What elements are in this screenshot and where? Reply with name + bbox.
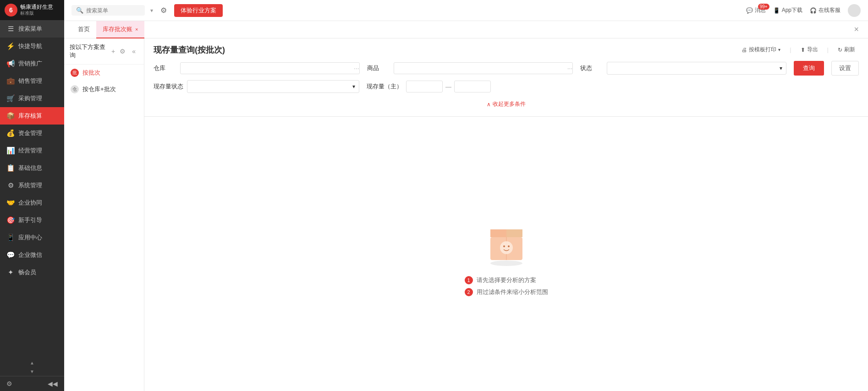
sidebar-scroll-down[interactable]: ▼ — [0, 367, 64, 376]
divider1: | — [790, 46, 791, 53]
sidebar-item-finance[interactable]: 💰 资金管理 — [0, 125, 64, 142]
stock-qty-from[interactable] — [406, 81, 443, 92]
topbar: 🔍 ▾ ⚙ 体验行业方案 💬 消息 99+ 📱 App下载 🎧 在线客服 — [64, 0, 868, 21]
hint-1-num: 1 — [465, 276, 473, 284]
scheme-by-batch[interactable]: 批 按批次 — [64, 65, 144, 81]
left-panel: 按以下方案查询 + ⚙ « 批 按批次 仓 按仓库+批次 — [64, 38, 144, 391]
topbar-gear-icon[interactable]: ⚙ — [159, 4, 169, 16]
sidebar-item-basic[interactable]: 📋 基础信息 — [0, 159, 64, 177]
export-button[interactable]: ⬆ 导出 — [797, 44, 822, 55]
sidebar-item-label: 资金管理 — [18, 129, 42, 137]
sidebar-item-label: 企业微信 — [18, 251, 42, 259]
phone-icon: 📱 — [773, 7, 780, 14]
sidebar-item-label: 营销推广 — [18, 60, 42, 68]
sidebar-item-enterprise[interactable]: 🤝 企业协同 — [0, 194, 64, 212]
query-button[interactable]: 查询 — [794, 61, 824, 76]
scheme-query-label: 按以下方案查询 — [70, 43, 110, 60]
scheme-by-warehouse-batch[interactable]: 仓 按仓库+批次 — [64, 81, 144, 98]
topbar-search-input[interactable] — [86, 7, 132, 14]
divider2: | — [827, 46, 829, 53]
warehouse-input-wrap: ··· — [180, 62, 360, 74]
sidebar-item-shortcut[interactable]: ⚡ 快捷导航 — [0, 38, 64, 55]
product-field: 商品 ··· — [367, 62, 573, 74]
sidebar-search[interactable]: ☰ 搜索菜单 — [0, 20, 64, 38]
right-panel: 现存量查询(按批次) 🖨 按模板打印 ▾ | ⬆ 导出 | ↻ — [144, 38, 868, 391]
topbar-search-box[interactable]: 🔍 — [71, 5, 145, 16]
stock-status-field: 现存量状态 ▾ — [154, 80, 359, 93]
page-title: 现存量查询(按批次) — [154, 44, 225, 55]
collapse-more-button[interactable]: ∧ 收起更多条件 — [154, 98, 859, 111]
app-download-label: App下载 — [782, 6, 802, 14]
stock-qty-field: 现存量（主） — — [367, 81, 572, 92]
wechat-icon: 💬 — [6, 251, 15, 259]
svg-point-4 — [490, 261, 522, 266]
svg-point-5 — [500, 241, 513, 254]
sidebar-collapse-icon[interactable]: ◀◀ — [48, 380, 58, 387]
message-item[interactable]: 💬 消息 99+ — [746, 6, 766, 14]
print-label: 按模板打印 — [749, 46, 776, 54]
vip-icon: ✦ — [6, 268, 15, 277]
experience-button[interactable]: 体验行业方案 — [174, 4, 223, 17]
sidebar-item-label: 应用中心 — [18, 234, 42, 242]
empty-illustration — [479, 212, 534, 267]
sidebar-item-label: 企业协同 — [18, 199, 42, 207]
tab-inventory-batch[interactable]: 库存批次账 × — [96, 21, 144, 38]
sidebar-settings-icon[interactable]: ⚙ — [6, 380, 12, 387]
shortcut-icon: ⚡ — [6, 42, 15, 50]
sales-icon: 💼 — [6, 77, 15, 85]
company-name: 畅康通好生意 — [20, 4, 53, 10]
sidebar-item-operations[interactable]: 📊 经营管理 — [0, 142, 64, 159]
sidebar-item-sales[interactable]: 💼 销售管理 — [0, 72, 64, 90]
tab-close-icon[interactable]: × — [135, 27, 138, 32]
sidebar-item-label: 销售管理 — [18, 77, 42, 85]
marketing-icon: 📢 — [6, 60, 15, 68]
app-logo: 6 — [5, 4, 17, 16]
product-input-wrap: ··· — [394, 62, 573, 74]
sidebar-item-inventory[interactable]: 📦 库存核算 — [0, 107, 64, 125]
page-header: 现存量查询(按批次) 🖨 按模板打印 ▾ | ⬆ 导出 | ↻ — [144, 38, 868, 55]
left-panel-header: 按以下方案查询 + ⚙ « — [64, 38, 144, 65]
sidebar-item-purchase[interactable]: 🛒 采购管理 — [0, 90, 64, 107]
user-avatar[interactable] — [848, 4, 861, 17]
scheme-inactive-icon: 仓 — [71, 85, 79, 93]
product-input[interactable] — [394, 63, 567, 74]
filter-settings-button[interactable]: 设置 — [831, 61, 859, 76]
sidebar-item-label: 库存核算 — [18, 112, 42, 120]
page-header-actions: 🖨 按模板打印 ▾ | ⬆ 导出 | ↻ 刷新 — [738, 44, 859, 55]
refresh-button[interactable]: ↻ 刷新 — [834, 44, 859, 55]
scheme-settings-icon[interactable]: ⚙ — [119, 47, 126, 56]
stock-status-chevron-icon: ▾ — [352, 83, 355, 90]
topbar-chevron-icon[interactable]: ▾ — [150, 7, 153, 14]
hint-item-2: 2 用过滤条件来缩小分析范围 — [465, 288, 548, 296]
stock-qty-to[interactable] — [454, 81, 491, 92]
appstore-icon: 📱 — [6, 234, 15, 242]
sidebar-item-marketing[interactable]: 📢 营销推广 — [0, 55, 64, 72]
hint-2-num: 2 — [465, 288, 473, 296]
status-select[interactable]: ▾ — [607, 62, 786, 75]
sidebar-item-vip[interactable]: ✦ 畅会员 — [0, 264, 64, 281]
product-dots[interactable]: ··· — [567, 65, 573, 72]
sidebar-scroll-up[interactable]: ▲ — [0, 358, 64, 367]
tab-home[interactable]: 首页 — [71, 21, 96, 38]
topbar-search-icon: 🔍 — [76, 7, 83, 14]
purchase-icon: 🛒 — [6, 94, 15, 103]
sidebar-item-appstore[interactable]: 📱 应用中心 — [0, 229, 64, 246]
close-all-tabs-icon[interactable]: × — [852, 23, 861, 36]
sidebar-item-system[interactable]: ⚙ 系统管理 — [0, 177, 64, 194]
status-chevron-icon: ▾ — [780, 65, 782, 71]
product-label: 商品 — [367, 64, 390, 72]
app-download-item[interactable]: 📱 App下载 — [773, 6, 802, 14]
stock-qty-label: 现存量（主） — [367, 82, 402, 91]
online-service-item[interactable]: 🎧 在线客服 — [810, 6, 841, 14]
sidebar-item-newbie[interactable]: 🎯 新手引导 — [0, 212, 64, 229]
warehouse-input[interactable] — [181, 63, 354, 74]
content-area: 按以下方案查询 + ⚙ « 批 按批次 仓 按仓库+批次 现存量查询(按批次) — [64, 38, 868, 391]
collapse-panel-icon[interactable]: « — [129, 47, 138, 56]
enterprise-icon: 🤝 — [6, 199, 15, 207]
sidebar-item-wechat[interactable]: 💬 企业微信 — [0, 246, 64, 264]
add-scheme-button[interactable]: + — [110, 47, 116, 56]
print-button[interactable]: 🖨 按模板打印 ▾ — [738, 44, 784, 55]
stock-status-select[interactable]: ▾ — [187, 80, 359, 93]
warehouse-dots[interactable]: ··· — [354, 65, 359, 72]
filter-row-1: 仓库 ··· 商品 ··· 状态 — [154, 61, 859, 76]
